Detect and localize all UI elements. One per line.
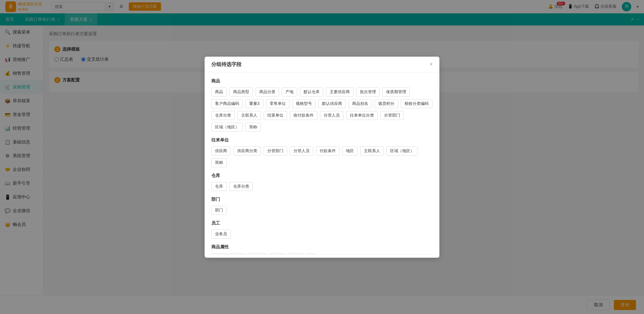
chip-product-21[interactable]: 往来单位分类 — [346, 111, 378, 120]
section-partner-title: 往来单位 — [211, 137, 433, 143]
chip-product-9[interactable]: 重量3 — [246, 99, 263, 108]
modal-body: 商品 商品 商品类型 商品分类 产地 默认仓库 主要供应商 批次管理 保质期管理… — [205, 73, 439, 254]
chip-product-1[interactable]: 商品类型 — [229, 87, 253, 97]
chip-employee-0[interactable]: 业务员 — [211, 230, 231, 239]
section-department-chips: 部门 — [211, 206, 433, 215]
chip-product-17[interactable]: 主联系人 — [237, 111, 261, 120]
chip-partner-5[interactable]: 地区 — [342, 146, 358, 155]
chip-product-20[interactable]: 分管人员 — [320, 111, 343, 120]
horizontal-scrollbar[interactable] — [205, 254, 439, 258]
chip-partner-6[interactable]: 主联系人 — [360, 146, 384, 155]
chip-product-4[interactable]: 默认仓库 — [300, 87, 323, 97]
chip-partner-3[interactable]: 分管人员 — [290, 146, 313, 155]
chip-product-12[interactable]: 默认供应商 — [318, 99, 346, 108]
chip-product-6[interactable]: 批次管理 — [356, 87, 380, 97]
chip-product-14[interactable]: 炼货积分 — [375, 99, 398, 108]
section-product-title: 商品 — [211, 78, 433, 84]
chip-partner-7[interactable]: 区域（地区） — [386, 146, 418, 155]
section-warehouse-title: 仓库 — [211, 173, 433, 179]
chip-partner-8[interactable]: 简称 — [211, 158, 227, 167]
chip-partner-2[interactable]: 分管部门 — [264, 146, 287, 155]
section-partner-chips: 供应商 供应商分类 分管部门 分管人员 付款条件 地区 主联系人 区域（地区） … — [211, 146, 433, 167]
chip-product-19[interactable]: 收付款条件 — [290, 111, 317, 120]
chip-product-0[interactable]: 商品 — [211, 87, 227, 97]
chip-product-18[interactable]: 结算单位 — [264, 111, 287, 120]
chip-partner-0[interactable]: 供应商 — [211, 146, 231, 155]
chip-partner-4[interactable]: 付款条件 — [316, 146, 339, 155]
chip-product-22[interactable]: 分管部门 — [380, 111, 404, 120]
section-department-title: 部门 — [211, 196, 433, 202]
chip-product-3[interactable]: 产地 — [282, 87, 297, 97]
field-select-modal: 分组待选字段 × 商品 商品 商品类型 商品分类 产地 默认仓库 主要供应商 批… — [205, 57, 439, 258]
modal-title: 分组待选字段 — [211, 61, 241, 68]
chip-product-8[interactable]: 客户商品编码 — [211, 99, 243, 108]
chip-product-23[interactable]: 区域（地区） — [211, 123, 243, 132]
chip-product-16[interactable]: 仓库分类 — [211, 111, 235, 120]
section-employee-title: 员工 — [211, 220, 433, 226]
chip-product-7[interactable]: 保质期管理 — [382, 87, 410, 97]
chip-warehouse-1[interactable]: 仓库分类 — [229, 182, 253, 191]
chip-department-0[interactable]: 部门 — [211, 206, 227, 215]
modal-header: 分组待选字段 × — [205, 57, 439, 73]
modal-overlay: 分组待选字段 × 商品 商品 商品类型 商品分类 产地 默认仓库 主要供应商 批… — [0, 0, 644, 314]
section-product-chips: 商品 商品类型 商品分类 产地 默认仓库 主要供应商 批次管理 保质期管理 客户… — [211, 87, 433, 132]
section-employee-chips: 业务员 — [211, 230, 433, 239]
chip-product-15[interactable]: 税收分类编码 — [401, 99, 432, 108]
chip-warehouse-0[interactable]: 仓库 — [211, 182, 227, 191]
chip-partner-1[interactable]: 供应商分类 — [233, 146, 261, 155]
chip-product-2[interactable]: 商品分类 — [256, 87, 279, 97]
section-product-attr-title: 商品属性 — [211, 244, 433, 250]
section-warehouse-chips: 仓库 仓库分类 — [211, 182, 433, 191]
chip-product-24[interactable]: 简称 — [246, 123, 261, 132]
chip-product-13[interactable]: 商品别名 — [348, 99, 372, 108]
modal-close-button[interactable]: × — [430, 61, 433, 67]
chip-product-10[interactable]: 零售单位 — [266, 99, 289, 108]
chip-product-5[interactable]: 主要供应商 — [326, 87, 354, 97]
chip-product-11[interactable]: 规格型号 — [292, 99, 316, 108]
